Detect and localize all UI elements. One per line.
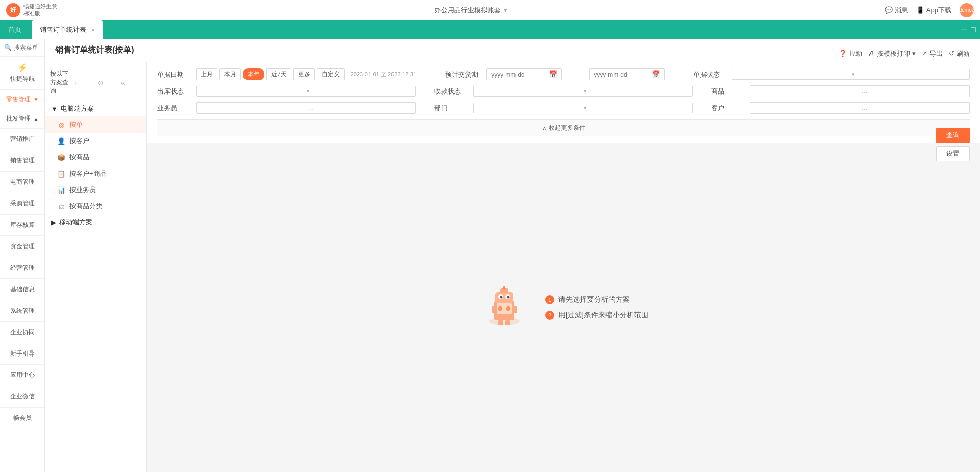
message-button[interactable]: 💬 消息 [885, 6, 908, 15]
pc-group-arrow: ▼ [51, 105, 58, 113]
mobile-group-arrow: ▶ [51, 219, 56, 226]
refresh-button[interactable]: ↺ 刷新 [949, 49, 970, 58]
department-select[interactable]: ▾ [473, 103, 693, 113]
collapse-panel-button[interactable]: « [121, 79, 141, 87]
sidebar-item-inventory[interactable]: 库存核算 [0, 215, 44, 236]
sidebar-item-sales[interactable]: 销售管理 [0, 150, 44, 172]
sidebar-item-wholesale[interactable]: 批发管理 ▲ [0, 109, 44, 129]
sidebar-item-marketing[interactable]: 营销推广 [0, 129, 44, 150]
filter-row-3: 业务员 … 部门 ▾ 客户 … [157, 102, 970, 114]
mobile-scheme-group: ▶ 移动端方案 [45, 215, 146, 230]
sidebar-item-wechat[interactable]: 企业微信 [0, 386, 44, 408]
sidebar-item-basics[interactable]: 基础信息 [0, 279, 44, 300]
calendar-start-icon[interactable]: 📅 [549, 70, 557, 78]
status-select[interactable]: ▾ [732, 69, 970, 80]
tab-close-icon[interactable]: × [91, 27, 94, 33]
settings-button[interactable]: 设置 [936, 146, 970, 161]
hint-row-2: 2 用[过滤]条件来缩小分析范围 [545, 311, 648, 320]
department-dropdown-icon: ▾ [584, 105, 688, 111]
tab-home[interactable]: 首页 [0, 20, 30, 39]
avatar[interactable]: demo2 [960, 3, 974, 17]
page-actions: ❓ 帮助 🖨 按模板打印 ▾ ↗ 导出 ↺ 刷新 [839, 49, 970, 58]
customer-select[interactable]: … [750, 102, 970, 114]
query-button[interactable]: 查询 [936, 128, 970, 143]
scheme-item-by-customer[interactable]: 👤 按客户 [45, 133, 146, 149]
empty-hints: 1 请先选择要分析的方案 2 用[过滤]条件来缩小分析范围 [545, 295, 648, 320]
sidebar-item-system[interactable]: 系统管理 [0, 300, 44, 322]
goods-select[interactable]: … [750, 85, 970, 97]
scheme-settings-button[interactable]: ⊙ [97, 79, 118, 87]
scheme-item-by-order[interactable]: ◎ 按单 [45, 116, 146, 133]
sidebar-item-appcenter[interactable]: 应用中心 [0, 365, 44, 386]
data-area: 1 请先选择要分析的方案 2 用[过滤]条件来缩小分析范围 [147, 143, 980, 472]
hint-number-1: 1 [545, 295, 554, 304]
pc-group-title[interactable]: ▼ 电脑端方案 [45, 101, 146, 116]
expected-date-start[interactable]: 📅 [486, 68, 562, 80]
svg-point-12 [500, 296, 503, 299]
salesperson-select[interactable]: … [196, 102, 416, 114]
filter-row-1: 单据日期 上月 本月 本年 近7天 更多 自定义 2023-01-01 至 20… [157, 68, 970, 80]
app-download-button[interactable]: 📱 App下载 [916, 6, 951, 15]
salesperson-more-icon[interactable]: … [305, 104, 411, 112]
export-button[interactable]: ↗ 导出 [922, 49, 943, 58]
panel-toolbar: 按以下方案查询 + ⊙ « [45, 66, 146, 99]
search-input[interactable] [14, 44, 39, 51]
top-bar-right: 💬 消息 📱 App下载 demo2 [885, 3, 974, 17]
help-button[interactable]: ❓ 帮助 [839, 49, 862, 58]
mobile-group-title[interactable]: ▶ 移动端方案 [45, 215, 146, 230]
sidebar-item-enterprise[interactable]: 企业协同 [0, 322, 44, 343]
date-btn-more[interactable]: 更多 [293, 68, 315, 80]
logo-area: 好 畅捷通好生意 标准版 [6, 3, 57, 17]
tab-minimize-button[interactable]: ─ [961, 25, 967, 34]
collapse-icon: ∧ [542, 125, 547, 132]
date-btn-7days[interactable]: 近7天 [266, 68, 291, 80]
scheme-item-by-goods[interactable]: 📦 按商品 [45, 149, 146, 166]
goods-more-icon[interactable]: … [859, 87, 965, 95]
page-title: 销售订单统计表(按单) [55, 45, 134, 62]
date-btn-last-month[interactable]: 上月 [196, 68, 217, 80]
hint-number-2: 2 [545, 311, 554, 320]
calendar-end-icon[interactable]: 📅 [652, 70, 660, 78]
scheme-item-by-customer-goods[interactable]: 📋 按客户+商品 [45, 166, 146, 182]
refresh-icon: ↺ [949, 50, 954, 57]
sidebar-item-purchase[interactable]: 采购管理 [0, 193, 44, 215]
svg-rect-6 [513, 306, 517, 313]
expected-date-end[interactable]: 📅 [589, 68, 665, 80]
out-status-select[interactable]: ▾ [196, 86, 416, 97]
sidebar-item-operations[interactable]: 经营管理 [0, 257, 44, 279]
sidebar-item-member[interactable]: 畅会员 [0, 408, 44, 429]
out-status-label: 出库状态 [157, 87, 188, 96]
tab-sales-summary[interactable]: 销售订单统计表 × [32, 20, 103, 39]
sidebar-item-quicknav[interactable]: ⚡ 快捷导航 [0, 57, 44, 90]
top-center: 办公用品行业模拟账套 ▾ [434, 6, 507, 15]
add-scheme-button[interactable]: + [74, 79, 94, 87]
scheme-item-by-category[interactable]: 🗂 按商品分类 [45, 198, 146, 215]
sidebar-item-newbie[interactable]: 新手引导 [0, 343, 44, 365]
svg-point-3 [498, 306, 502, 311]
left-panel: 按以下方案查询 + ⊙ « ▼ 电脑端方案 ◎ 按单 👤 [45, 62, 147, 472]
pay-status-label: 收款状态 [434, 87, 465, 96]
sidebar-item-ecommerce[interactable]: 电商管理 [0, 172, 44, 193]
print-button[interactable]: 🖨 按模板打印 ▾ [868, 49, 916, 58]
tab-maximize-button[interactable]: □ [971, 25, 976, 34]
filter-row-2: 出库状态 ▾ 收款状态 ▾ 商品 … [157, 85, 970, 97]
status-dropdown-icon: ▾ [852, 71, 965, 78]
action-buttons: 查询 设置 [936, 128, 970, 161]
tab-bar: 首页 销售订单统计表 × ─ □ [0, 20, 980, 39]
dropdown-icon[interactable]: ▾ [504, 6, 507, 14]
pay-status-select[interactable]: ▾ [473, 86, 693, 97]
sidebar-item-retail[interactable]: 零售管理 ▼ [0, 90, 44, 109]
sidebar-item-finance[interactable]: 资金管理 [0, 236, 44, 257]
scheme-item-by-salesperson[interactable]: 📊 按业务员 [45, 182, 146, 198]
search-menu[interactable]: 🔍 [0, 39, 44, 57]
collapse-filter-button[interactable]: ∧ 收起更多条件 [157, 119, 970, 136]
expected-date-start-input[interactable] [491, 71, 547, 78]
expected-date-label: 预计交货期 [445, 70, 478, 79]
scheme-box-icon: 📦 [57, 154, 65, 161]
date-btn-this-year[interactable]: 本年 [243, 68, 264, 80]
date-range-display: 2023-01-01 至 2023-12-31 [351, 70, 417, 78]
date-btn-this-month[interactable]: 本月 [219, 68, 241, 80]
customer-more-icon[interactable]: … [859, 104, 965, 112]
date-btn-custom[interactable]: 自定义 [317, 68, 345, 80]
expected-date-end-input[interactable] [594, 71, 650, 78]
